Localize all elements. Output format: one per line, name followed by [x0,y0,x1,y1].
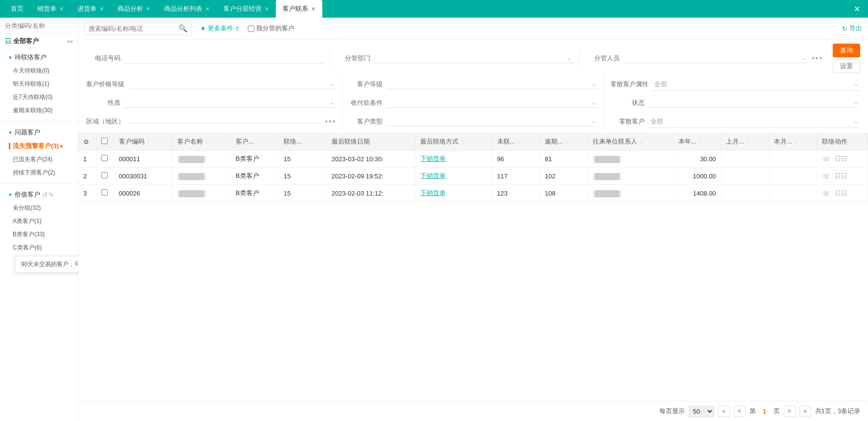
tab-close-icon[interactable]: ✕ [265,6,269,12]
next-page-button[interactable]: > [784,405,796,417]
edit-icon[interactable]: ✎ [48,191,54,198]
search-submit-icon[interactable]: 🔍 [178,24,188,33]
region-more-icon[interactable]: ••• [325,117,336,126]
refresh-icon[interactable]: ↺ [42,191,48,198]
td-last-contact-method[interactable]: 下销货单 [415,168,492,185]
filter-price-level-select[interactable]: ⌄ [128,79,336,89]
more-action-icon[interactable]: ☷☷ [835,172,847,180]
sidebar-all-customers[interactable]: ☷ 全部客户 «« [0,34,78,49]
tab-close-icon[interactable]: ✕ [205,6,210,12]
sidebar-item-churned[interactable]: 已流失客户(24) [0,153,78,166]
filter-region: 区域（地区） ••• [86,117,336,126]
last-page-button[interactable]: » [799,405,811,417]
td-checkbox[interactable] [96,150,114,168]
sidebar-item-class-a[interactable]: A类客户(1) [0,215,78,228]
blurred-person: ██████ [593,190,622,197]
per-page-select[interactable]: 50 100 200 [689,406,714,417]
row-checkbox[interactable] [101,172,108,178]
tab-product-analysis[interactable]: 商品分析 ✕ [111,0,157,18]
td-last-contact-method[interactable]: 下销货单 [415,150,492,168]
table-row: 3 000026 ██████ B类客户 15 2023-02-03 11:12… [78,185,868,202]
td-this-year: 1408.00 [673,185,721,202]
sidebar-item-7days[interactable]: 近7天待联络(0) [0,91,78,104]
sidebar-problem-label[interactable]: ▼ 问题客户 [0,125,78,139]
tab-close-icon[interactable]: ✕ [146,6,150,12]
tab-product-analysis-list[interactable]: 商品分析列表 ✕ [157,0,217,18]
contact-action-icon[interactable]: ☏ [822,155,831,163]
td-checkbox[interactable] [96,168,114,185]
more-filter-button[interactable]: ▼ 更多条件 ⇧ [196,22,244,35]
filter-customer-level-select[interactable]: ⌄ [386,79,598,89]
tab-bar: 首页 销货单 ✕ 进货单 ✕ 商品分析 ✕ 商品分析列表 ✕ 客户分层经营 ✕ … [0,0,868,18]
more-options-icon[interactable]: ••• [812,54,823,63]
filter-nature-select[interactable]: ⌄ [124,98,336,108]
sidebar-item-churn-warning[interactable]: 流失预警客户(3) ● [0,139,78,153]
td-last-contact-method[interactable]: 下销货单 [415,185,492,202]
settings-button[interactable]: 设置 [833,59,860,73]
sidebar-item-class-b[interactable]: B类客户(33) [0,228,78,241]
tab-purchase-order[interactable]: 进货单 ✕ [71,0,111,18]
first-page-button[interactable]: « [718,405,730,417]
contact-method-link[interactable]: 下销货单 [420,155,446,162]
my-customers-checkbox[interactable] [248,25,254,32]
th-last-contact-date: 最后联络日期 ↕ [326,133,415,150]
sidebar-item-declining[interactable]: 持续下滑客户(2) [0,166,78,179]
td-actions: ☏ ☷☷ [817,150,868,168]
contact-method-link[interactable]: 下销货单 [420,189,446,197]
filter-scattered-attr-select[interactable]: 全部 ⌄ [652,78,860,91]
contact-action-icon[interactable]: ☏ [822,172,831,180]
table-wrap: ⚙ 客户编码 ↕ 客户名称 ↕ [78,133,868,401]
filter-scattered: 零散客户 全部 ⌄ [610,116,860,128]
filter-region-select[interactable] [128,120,321,124]
prev-page-button[interactable]: < [734,405,746,417]
td-this-month [769,185,817,202]
filter-sep-4 [604,77,604,92]
row-checkbox[interactable] [101,189,108,196]
filter-nature: 性质 ⌄ [86,98,336,108]
sidebar-item-overdue[interactable]: 逾期未联络(30) [0,104,78,117]
filter-dept-select[interactable]: ⌄ [374,53,574,63]
blurred-person: ██████ [593,173,622,180]
query-button[interactable]: 查询 [833,44,860,57]
more-action-icon[interactable]: ☷☷ [835,189,847,197]
export-button[interactable]: ↻ 导出 [842,24,862,33]
tab-close-icon[interactable]: ✕ [311,6,315,12]
chevron-down-icon: ⌄ [801,55,806,61]
filter-scattered-select[interactable]: 全部 ⌄ [649,116,860,128]
select-all-checkbox[interactable] [101,138,108,144]
more-action-icon[interactable]: ☷☷ [835,155,847,163]
sidebar-item-class-c[interactable]: C类客户(6) [0,241,78,254]
tab-close-icon[interactable]: ✕ [99,6,104,12]
sidebar-item-ungrouped[interactable]: 未分组(32) [0,201,78,215]
filter-sep-2 [579,51,579,66]
sidebar-pending-label[interactable]: ▼ 待联络客户 [0,50,78,64]
filter-manager-select[interactable]: ⌄ [624,53,808,63]
contact-action-icon[interactable]: ☏ [822,189,831,197]
contact-method-link[interactable]: 下销货单 [420,172,446,179]
sidebar-item-tomorrow[interactable]: 明天待联络(1) [0,77,78,91]
td-code: 000011 [114,150,172,168]
close-window-icon[interactable]: ✕ [850,4,864,14]
tab-customer-contact[interactable]: 客户联系 ✕ [276,0,322,18]
td-checkbox[interactable] [96,185,114,202]
tab-customer-segment[interactable]: 客户分层经营 ✕ [217,0,276,18]
sort-icon: ↕ [747,139,749,145]
search-input[interactable] [89,25,178,32]
sidebar-item-today[interactable]: 今天待联络(0) [0,64,78,77]
th-contact-count: 联络... ↕ [279,133,327,150]
sidebar-search-input[interactable] [5,22,78,29]
row-checkbox[interactable] [101,155,108,161]
tab-home[interactable]: 首页 [4,0,30,18]
th-checkbox[interactable] [96,133,114,150]
filter-payment-select[interactable]: ⌄ [386,98,598,108]
tab-close-icon[interactable]: ✕ [59,6,64,12]
th-settings[interactable]: ⚙ [78,133,96,150]
filter-customer-type-select[interactable]: ⌄ [386,117,598,126]
sidebar-value-label[interactable]: ▼ 价值客户 ↺ ✎ [0,188,78,201]
filter-status-select[interactable]: ⌄ [649,98,860,108]
tab-sales-order[interactable]: 销货单 ✕ [30,0,71,18]
my-customers-checkbox-label[interactable]: 我分管的客户 [248,24,294,33]
filter-phone-input[interactable] [124,53,324,64]
current-page: 1 [760,408,770,415]
sort-icon: ↕ [640,139,643,145]
